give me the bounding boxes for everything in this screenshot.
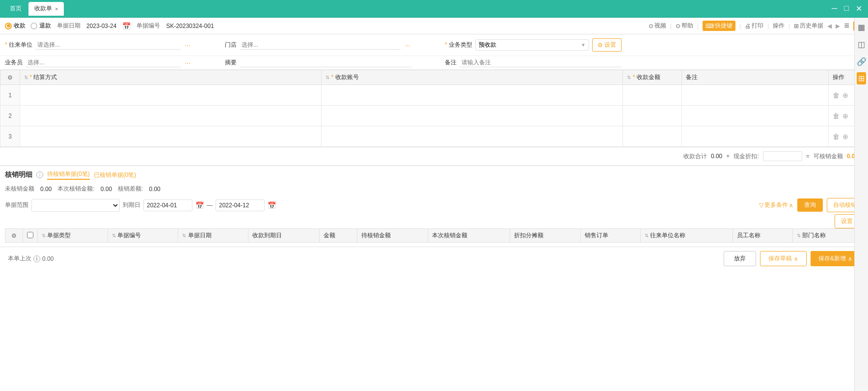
radio-shoukuan-label: 收款 xyxy=(14,22,26,30)
biz-type-row: * 业务类型 预收款 ▼ ⚙ 放弃 设置 xyxy=(445,38,622,52)
action-video[interactable]: ⊙ 视频 xyxy=(649,22,666,30)
discount-input[interactable] xyxy=(763,151,802,161)
radio-tuikuan[interactable]: 退款 xyxy=(30,22,51,30)
save-draft-button[interactable]: 保存草稿 ∧ xyxy=(760,251,807,266)
unit-input[interactable] xyxy=(35,40,181,50)
cell-payment-1[interactable] xyxy=(20,85,322,106)
bottom-table: ⚙ ⇅ 单据类型 ⇅ 单据编号 xyxy=(5,228,863,243)
range-select[interactable] xyxy=(31,199,120,212)
tab-close-icon[interactable]: × xyxy=(55,6,58,12)
select-all-checkbox[interactable] xyxy=(27,232,33,238)
col-remark: 备注 xyxy=(682,70,829,85)
plus-sign: + xyxy=(726,153,730,160)
delete-row-3-icon[interactable]: 🗑 xyxy=(833,133,840,140)
summary-input[interactable] xyxy=(240,58,411,67)
biz-type-label: * 业务类型 xyxy=(445,41,472,49)
chevron-up-icon: ∧ xyxy=(789,202,793,209)
form-section: * 往来单位 ··· 门店 ··· * 业务类型 预收款 ▼ ⚙ 放弃 设置 xyxy=(0,34,868,56)
verify-info-icon[interactable]: i xyxy=(36,171,43,178)
store-label: 门店 xyxy=(225,41,237,49)
nav-prev-btn[interactable]: ◀ xyxy=(827,23,832,29)
calendar-icon[interactable]: 📅 xyxy=(122,22,131,30)
action-history[interactable]: ⊞ 历史单据 xyxy=(794,22,823,30)
store-more-btn[interactable]: ··· xyxy=(404,41,411,49)
tab-pending[interactable]: 待核销单据(0笔) xyxy=(47,170,90,180)
window-maximize-btn[interactable]: □ xyxy=(842,3,851,14)
action-shortcut[interactable]: ⌨ 快捷键 xyxy=(703,21,735,31)
delete-row-1-icon[interactable]: 🗑 xyxy=(833,91,840,99)
remark-row-form: 备注 xyxy=(445,58,622,67)
session-info-icon[interactable]: ℹ xyxy=(33,255,40,262)
cell-account-1[interactable] xyxy=(322,85,623,106)
copy-row-2-icon[interactable]: ⊕ xyxy=(842,112,848,120)
window-close-btn[interactable]: ✕ xyxy=(854,3,864,14)
biz-type-select[interactable]: 预收款 ▼ xyxy=(475,39,589,51)
cell-remark-3[interactable] xyxy=(682,126,829,147)
settings-button[interactable]: ⚙ 放弃 设置 xyxy=(592,38,622,52)
data-table-section: ⚙ ⇅ * 结算方式 ⇅ * 收款账号 ⇅ * 收款 xyxy=(0,70,868,147)
window-minimize-btn[interactable]: ─ xyxy=(830,3,839,14)
action-print[interactable]: 🖨 打印 xyxy=(745,22,763,30)
table-row: 2 🗑 ⊕ xyxy=(0,106,868,126)
number-label: 单据编号 xyxy=(136,22,160,30)
copy-row-3-icon[interactable]: ⊕ xyxy=(842,133,848,140)
cell-remark-2[interactable] xyxy=(682,106,829,126)
date-dash: — xyxy=(207,202,213,209)
sidebar-expand-icon[interactable]: ⊞ xyxy=(857,72,866,84)
toolbar-row: 收款 退款 单据日期 2023-03-24 📅 单据编号 SK-20230324… xyxy=(0,18,868,34)
unit-row: * 往来单位 ··· xyxy=(5,40,191,50)
date-value: 2023-03-24 xyxy=(86,23,116,29)
history-icon: ⊞ xyxy=(794,23,799,29)
date-label-filter: 到期日 xyxy=(123,201,140,209)
staff-input[interactable] xyxy=(26,58,181,67)
remark-input[interactable] xyxy=(460,58,622,67)
table-settings-icon[interactable]: ⚙ xyxy=(7,74,13,81)
col-account: ⇅ * 收款账号 xyxy=(322,70,623,85)
tab-done[interactable]: 已核销单据(0笔) xyxy=(94,171,136,179)
date-start-input[interactable] xyxy=(143,199,192,211)
col-type: ⇅ 单据类型 xyxy=(38,229,108,243)
discard-button[interactable]: 放弃 xyxy=(724,251,756,266)
col-staff: 员工名称 xyxy=(732,229,792,243)
sidebar-table-icon[interactable]: ▦ xyxy=(856,21,867,34)
sidebar-link-icon[interactable]: 🔗 xyxy=(855,55,868,68)
verify-title: 核销明细 xyxy=(5,170,32,179)
sidebar-panel-icon[interactable]: ◫ xyxy=(856,38,867,51)
cell-account-2[interactable] xyxy=(322,106,623,126)
staff-more-btn[interactable]: ··· xyxy=(184,59,191,67)
nav-next-btn[interactable]: ▶ xyxy=(836,23,840,29)
cell-payment-3[interactable] xyxy=(20,126,322,147)
copy-row-1-icon[interactable]: ⊕ xyxy=(842,91,848,99)
number-value: SK-20230324-001 xyxy=(166,23,214,29)
col-sales-order: 销售订单 xyxy=(581,229,641,243)
action-operate[interactable]: 操作 xyxy=(773,22,785,30)
calendar-end-icon[interactable]: 📅 xyxy=(268,201,276,209)
unit-more-btn[interactable]: ··· xyxy=(184,41,191,49)
diff-label: 核销差额: xyxy=(118,185,143,193)
query-button[interactable]: 查询 xyxy=(797,198,823,212)
action-help[interactable]: ⊙ 帮助 xyxy=(676,22,693,30)
cell-payment-2[interactable] xyxy=(20,106,322,126)
bottom-table-settings-icon[interactable]: ⚙ xyxy=(11,232,17,239)
right-sidebar: ▦ ◫ 🔗 ⊞ xyxy=(854,18,868,391)
summary-label: 摘要 xyxy=(225,58,237,67)
store-input[interactable] xyxy=(240,40,401,50)
cell-remark-1[interactable] xyxy=(682,85,829,106)
list-view-btn[interactable]: ≡ xyxy=(844,21,849,31)
delete-row-2-icon[interactable]: 🗑 xyxy=(833,112,840,120)
cell-amount-1[interactable] xyxy=(623,85,682,106)
calendar-start-icon[interactable]: 📅 xyxy=(195,201,204,209)
cell-account-3[interactable] xyxy=(322,126,623,147)
cell-amount-3[interactable] xyxy=(623,126,682,147)
tab-active[interactable]: 收款单 × xyxy=(28,2,64,16)
cell-amount-2[interactable] xyxy=(623,106,682,126)
save-new-button[interactable]: 保存&新增 ∧ xyxy=(811,251,860,266)
tab-home[interactable]: 首页 xyxy=(4,2,27,16)
store-row: 门店 ··· xyxy=(225,40,411,50)
table-row: 1 🗑 ⊕ xyxy=(0,85,868,106)
radio-shoukuan[interactable]: 收款 xyxy=(5,22,26,30)
diff-value: 0.00 xyxy=(149,186,160,193)
discount-label: 现金折扣: xyxy=(733,152,759,161)
more-filter-btn[interactable]: ▽ 更多条件 ∧ xyxy=(759,201,793,209)
date-end-input[interactable] xyxy=(216,199,265,211)
